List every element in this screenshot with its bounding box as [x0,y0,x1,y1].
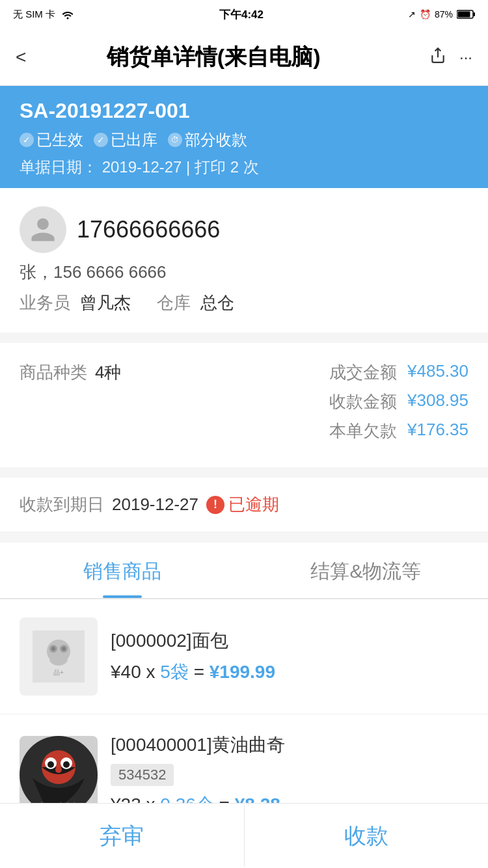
customer-row: 17666666666 [20,206,468,253]
page-title: 销货单详情(来自电脑) [0,42,429,72]
overdue-text: 已逾期 [228,493,279,516]
wifi-icon [61,9,75,20]
collect-payment-button[interactable]: 收款 [245,806,489,867]
product-price-bread: ¥40 x 5袋 = ¥199.99 [111,660,468,685]
badge-shipped: ✓ 已出库 [94,129,157,150]
list-item: 品+ [0000002]面包 ¥40 x 5袋 = ¥199.99 [0,599,488,714]
status-bar: 无 SIM 卡 下午4:42 ↗ ⏰ 87% [0,0,488,29]
order-id: SA-20191227-001 [20,99,468,123]
order-date: 单据日期： 2019-12-27 | 打印 2 次 [20,157,468,178]
customer-section: 17666666666 张，156 6666 6666 业务员 曾凡杰 仓库 总… [0,188,488,332]
summary-section: 商品种类 4种 成交金额 ¥485.30 收款金额 ¥308.95 本单欠款 ¥… [0,343,488,467]
overdue-icon: ! [206,496,224,514]
customer-name-phone: 张，156 6666 6666 [20,261,468,284]
tab-settlement-logistics[interactable]: 结算&物流等 [244,543,488,598]
amount-row: 成交金额 ¥485.30 [244,361,468,384]
product-sku: 534532 [111,764,174,786]
status-time: 下午4:42 [219,7,264,22]
received-label: 收款金额 [329,390,397,413]
sales-label: 业务员 [20,293,70,312]
order-header: SA-20191227-001 ✓ 已生效 ✓ 已出库 ⏱ 部分收款 单据日期：… [0,86,488,188]
check-icon-1: ✓ [20,133,34,147]
due-label: 收款到期日 [20,493,104,516]
overdue-badge: ! 已逾期 [206,493,279,516]
battery-text: 87% [435,9,453,20]
debt-value: ¥176.35 [407,420,468,442]
svg-point-16 [47,761,54,768]
svg-point-10 [49,653,68,666]
due-date-section: 收款到期日 2019-12-27 ! 已逾期 [0,478,488,532]
more-button[interactable]: ··· [459,48,472,66]
product-type-row: 商品种类 4种 [20,361,244,384]
nav-actions: ··· [429,47,472,68]
sales-value: 曾凡杰 [80,293,131,312]
nav-bar: < 销货单详情(来自电脑) ··· [0,29,488,86]
tabs-section: 销售商品 结算&物流等 [0,543,488,599]
badge-effective: ✓ 已生效 [20,129,83,150]
bottom-bar: 弃审 收款 [0,803,488,868]
status-right: ↗ ⏰ 87% [408,9,475,20]
customer-phone: 17666666666 [77,216,220,243]
debt-row: 本单欠款 ¥176.35 [244,420,468,442]
svg-rect-2 [473,12,475,16]
products-list: 品+ [0000002]面包 ¥40 x 5袋 = ¥199.99 [0,599,488,836]
svg-rect-1 [457,12,470,18]
svg-text:品+: 品+ [53,669,64,676]
warehouse-meta: 仓库 总仓 [157,292,234,314]
avatar [20,206,66,253]
share-button[interactable] [429,47,446,68]
sales-meta: 业务员 曾凡杰 [20,292,131,314]
check-icon-2: ✓ [94,133,108,147]
carrier-text: 无 SIM 卡 [13,8,55,21]
product-code-cookie: [000400001]黄油曲奇 [111,733,468,757]
svg-point-18 [55,766,62,773]
received-row: 收款金额 ¥308.95 [244,390,468,413]
summary-left: 商品种类 4种 [20,361,244,388]
svg-point-17 [63,761,70,768]
amount-value: ¥485.30 [407,361,468,384]
cancel-audit-button[interactable]: 弃审 [0,806,245,867]
product-image-bread: 品+ [20,617,98,696]
warehouse-label: 仓库 [157,293,191,312]
badge-partial-payment: ⏱ 部分收款 [168,129,247,150]
customer-meta: 业务员 曾凡杰 仓库 总仓 [20,292,468,314]
product-info-bread: [0000002]面包 ¥40 x 5袋 = ¥199.99 [111,629,468,685]
debt-label: 本单欠款 [329,420,397,442]
type-label: 商品种类 [20,361,87,384]
svg-point-8 [51,647,55,651]
clock-icon: ⏱ [168,133,182,147]
battery-icon [457,10,475,19]
tab-sales-products[interactable]: 销售商品 [0,543,244,598]
svg-point-9 [62,647,66,651]
location-icon: ↗ [408,9,416,20]
alarm-icon: ⏰ [420,9,431,20]
product-image-cookie: diamond whale [20,736,98,814]
warehouse-value: 总仓 [200,293,234,312]
type-count: 4种 [95,361,121,384]
amount-label: 成交金额 [329,361,397,384]
order-badges: ✓ 已生效 ✓ 已出库 ⏱ 部分收款 [20,129,468,150]
status-left: 无 SIM 卡 [13,8,75,21]
summary-right: 成交金额 ¥485.30 收款金额 ¥308.95 本单欠款 ¥176.35 [244,361,468,449]
due-date-value: 2019-12-27 [112,495,198,515]
received-value: ¥308.95 [407,390,468,413]
product-code-bread: [0000002]面包 [111,629,468,653]
